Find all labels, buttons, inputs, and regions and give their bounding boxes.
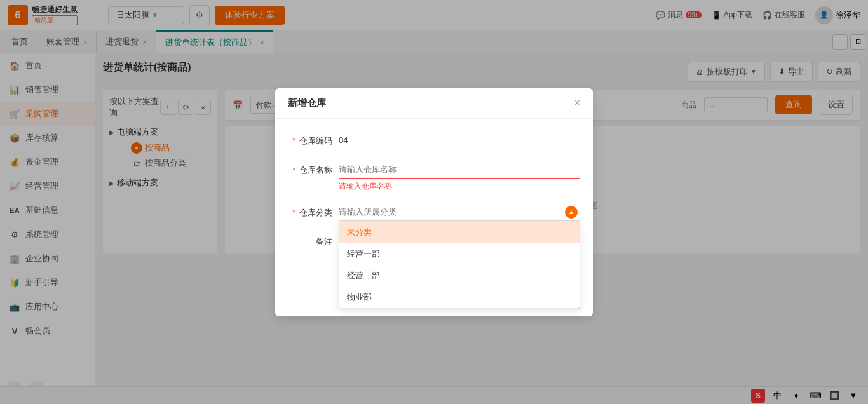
name-input[interactable] — [339, 161, 580, 179]
name-label: * 仓库名称 — [288, 161, 339, 176]
add-warehouse-dialog: 新增仓库 × * 仓库编码 * 仓库名称 — [275, 88, 593, 316]
dialog-close-button[interactable]: × — [574, 97, 580, 109]
category-input[interactable] — [339, 203, 580, 221]
code-control — [339, 131, 580, 149]
category-select-container: ▲ 未分类 经营一部 经营二部 物业部 — [339, 203, 580, 221]
note-label: 备注 — [288, 232, 339, 248]
name-control: 请输入仓库名称 — [339, 161, 580, 192]
code-field-row: * 仓库编码 — [288, 131, 580, 149]
category-toggle-button[interactable]: ▲ — [565, 206, 578, 219]
code-label: * 仓库编码 — [288, 131, 339, 147]
dialog-body: * 仓库编码 * 仓库名称 请输入仓库名称 — [275, 119, 593, 279]
dialog-overlay: 新增仓库 × * 仓库编码 * 仓库名称 — [0, 0, 868, 404]
dialog-title: 新增仓库 — [288, 97, 326, 109]
dropdown-item-uncategorized[interactable]: 未分类 — [339, 222, 580, 243]
category-label: * 仓库分类 — [288, 203, 339, 219]
dropdown-item-dept1[interactable]: 经营一部 — [339, 243, 580, 265]
category-dropdown: 未分类 经营一部 经营二部 物业部 — [339, 221, 580, 309]
dropdown-item-dept3[interactable]: 物业部 — [339, 286, 580, 308]
name-error-text: 请输入仓库名称 — [339, 181, 580, 192]
category-field-row: * 仓库分类 ▲ 未分类 经营一部 经营二部 物业部 — [288, 203, 580, 221]
dialog-header: 新增仓库 × — [275, 88, 593, 119]
name-field-row: * 仓库名称 请输入仓库名称 — [288, 161, 580, 192]
category-control: ▲ 未分类 经营一部 经营二部 物业部 — [339, 203, 580, 221]
code-input[interactable] — [339, 131, 580, 149]
dropdown-item-dept2[interactable]: 经营二部 — [339, 265, 580, 286]
